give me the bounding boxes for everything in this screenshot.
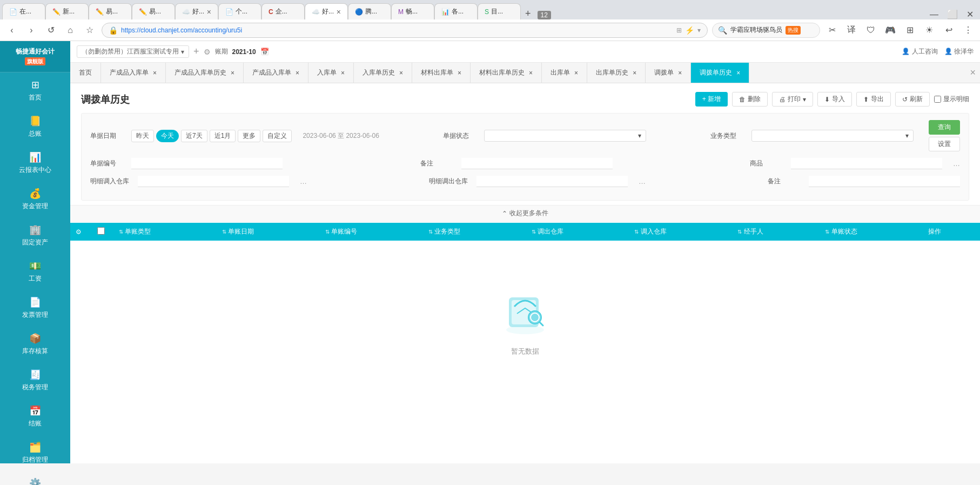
translate-btn[interactable]: 译 [844,23,859,38]
extension-btn1[interactable]: 🛡 [863,23,878,38]
th-handler[interactable]: ⇅ 经手人 [732,223,820,241]
user-avatar[interactable]: 👤 徐泽华 [944,47,974,56]
scissors-btn[interactable]: ✂ [824,23,840,38]
detail-out-input[interactable] [476,176,628,187]
status-select[interactable]: ▾ [484,130,646,142]
sidebar-item-close[interactable]: 📅 结账 [0,398,70,435]
remark-input[interactable] [461,158,613,169]
sidebar-item-reports[interactable]: 📊 云报表中心 [0,145,70,181]
sidebar-item-invoices[interactable]: 📄 发票管理 [0,290,70,326]
extension-btn2[interactable]: 🎮 [883,23,898,38]
th-gear[interactable]: ⚙ [70,223,92,241]
close-window-btn[interactable]: ✕ [962,9,978,19]
browser-tab-4[interactable]: ☁️ 好... × [175,3,218,19]
add-company-btn[interactable]: + [193,46,199,57]
home-btn[interactable]: ⌂ [63,23,78,38]
doc-num-input[interactable] [131,158,283,169]
th-out[interactable]: ⇅ 调出仓库 [526,223,629,241]
calendar-icon[interactable]: 📅 [260,48,269,56]
grid-btn[interactable]: ⊞ [902,23,917,38]
delete-btn[interactable]: 🗑 删除 [732,92,768,107]
select-all-checkbox[interactable] [97,227,105,235]
page-tab-4[interactable]: 入库单历史 × [354,63,412,83]
settings-company-btn[interactable]: ⚙ [204,48,211,56]
address-bar[interactable]: 🔒 https://cloud.chanjet.com/accounting/u… [102,23,708,38]
back-btn[interactable]: ‹ [4,23,19,38]
new-tab-btn[interactable]: + [521,8,535,19]
th-checkbox[interactable] [92,223,113,241]
consult-btn[interactable]: 👤 人工咨询 [902,47,937,56]
collapse-row[interactable]: ⌃ 收起更多条件 [70,205,980,222]
minimize-btn[interactable]: — [925,10,943,19]
detail-in-input[interactable] [138,176,289,187]
tab-close-9[interactable]: × [678,69,682,77]
detail-in-select-btn[interactable]: … [300,177,307,185]
th-in[interactable]: ⇅ 调入仓库 [629,223,732,241]
browser-tab-1[interactable]: ✏️ 新... [45,3,89,19]
company-selector[interactable]: （勿删勿禁用）江西服宝测试专用 ▾ [77,45,189,58]
settings-filter-btn[interactable]: 设置 [929,137,960,151]
remark2-input[interactable] [809,176,960,187]
th-type[interactable]: ⇅ 单账类型 [113,223,217,241]
page-tab-8[interactable]: 出库单历史 × [587,63,646,83]
browser-tab-3[interactable]: ✏️ 易... [132,3,175,19]
page-tab-1[interactable]: 产成品入库单历史 × [166,63,244,83]
close-all-tabs-btn[interactable]: × [970,67,980,78]
date-yesterday-btn[interactable]: 昨天 [131,130,154,142]
goods-select-btn[interactable]: … [953,160,960,168]
browser-tab-7[interactable]: ☁️ 好... × [305,3,348,19]
browser-tab-11[interactable]: S 目... [478,3,521,19]
th-num[interactable]: ⇅ 单账编号 [320,223,423,241]
sidebar-item-home[interactable]: ⊞ 首页 [0,72,70,109]
tab-close-1[interactable]: × [231,69,234,77]
display-detail-checkbox[interactable] [934,96,941,103]
page-tab-10[interactable]: 调拨单历史 × [691,63,749,83]
page-tab-0[interactable]: 产成品入库单 × [101,63,166,83]
forward-btn[interactable]: › [24,23,39,38]
th-date[interactable]: ⇅ 单账日期 [217,223,320,241]
tab-close-8[interactable]: × [633,69,636,77]
tab-close-0[interactable]: × [153,69,157,77]
tab-close-4[interactable]: × [399,69,403,77]
browser-tab-8[interactable]: 🔵 腾... [348,3,391,19]
sidebar-item-wages[interactable]: 💵 工资 [0,254,70,290]
maximize-btn[interactable]: ⬜ [943,9,962,19]
date-1month-btn[interactable]: 近1月 [210,130,236,142]
page-tab-5[interactable]: 材料出库单 × [412,63,471,83]
refresh-btn[interactable]: ↺ 刷新 [895,92,930,107]
browser-tab-9[interactable]: M 畅... [391,3,434,19]
page-tab-7[interactable]: 出库单 × [542,63,587,83]
sidebar-item-settings[interactable]: ⚙️ 基础设置 [0,471,70,485]
display-detail-toggle[interactable]: 显示明细 [934,95,969,104]
sidebar-item-funds[interactable]: 💰 资金管理 [0,181,70,217]
export-btn[interactable]: ⬆ 导出 [856,92,891,107]
print-btn[interactable]: 🖨 打印 ▾ [772,92,813,107]
query-btn[interactable]: 查询 [929,120,960,135]
tab-close-2[interactable]: × [296,69,299,77]
page-tab-9[interactable]: 调拨单 × [646,63,691,83]
sidebar-item-tax[interactable]: 🧾 税务管理 [0,362,70,398]
sidebar-item-assets[interactable]: 🏢 固定资产 [0,217,70,254]
tab-close-7[interactable]: × [574,69,578,77]
import-btn[interactable]: ⬇ 导入 [817,92,852,107]
browser-tab-0[interactable]: 📄 在... [2,3,45,19]
tab-close-10[interactable]: × [736,69,740,77]
sidebar-item-archive[interactable]: 🗂️ 归档管理 [0,435,70,471]
date-7days-btn[interactable]: 近7天 [181,130,207,142]
undo-btn[interactable]: ↩ [941,23,956,38]
date-custom-btn[interactable]: 自定义 [263,130,292,142]
biz-type-select[interactable]: ▾ [751,130,914,142]
brightness-btn[interactable]: ☀ [922,23,937,38]
sidebar-item-ledger[interactable]: 📒 总账 [0,109,70,145]
new-btn[interactable]: + 新增 [695,92,728,107]
browser-tab-6[interactable]: C 企... [261,3,305,19]
th-biz[interactable]: ⇅ 业务类型 [423,223,526,241]
date-more-btn[interactable]: 更多 [238,130,260,142]
th-status[interactable]: ⇅ 单账状态 [820,223,923,241]
tab-close-3[interactable]: × [341,69,345,77]
browser-tab-10[interactable]: 📊 各... [434,3,478,19]
page-tab-6[interactable]: 材料出库单历史 × [471,63,542,83]
sidebar-item-inventory[interactable]: 📦 库存核算 [0,326,70,362]
detail-out-select-btn[interactable]: … [639,177,646,185]
page-tab-2[interactable]: 产成品入库单 × [244,63,308,83]
